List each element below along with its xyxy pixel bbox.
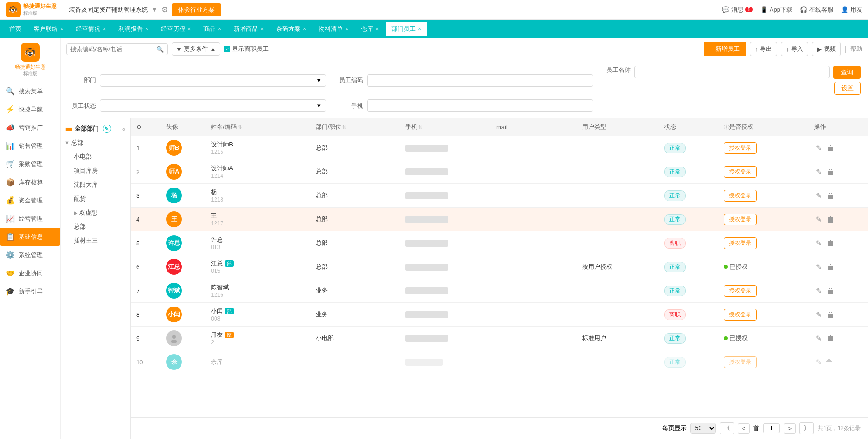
edit-icon-4[interactable]: ✎ bbox=[814, 238, 824, 248]
edit-icon-6[interactable]: ✎ bbox=[814, 286, 824, 296]
auth-btn-1[interactable]: 授权登录 bbox=[724, 166, 757, 178]
auth-btn-2[interactable]: 授权登录 bbox=[724, 190, 757, 202]
left-nav-item-7[interactable]: 📈经营管理 bbox=[0, 209, 60, 228]
first-page-btn[interactable]: 《 bbox=[720, 422, 734, 434]
edit-icon-0[interactable]: ✎ bbox=[814, 143, 824, 153]
tab-close-icon[interactable]: ✕ bbox=[345, 26, 349, 32]
tab-close-icon[interactable]: ✕ bbox=[417, 26, 422, 32]
reset-btn[interactable]: 设置 bbox=[834, 82, 861, 95]
delete-icon-8[interactable]: 🗑 bbox=[825, 334, 836, 343]
dept-item-6[interactable]: 总部 bbox=[61, 220, 130, 234]
delete-icon-2[interactable]: 🗑 bbox=[825, 191, 836, 201]
edit-icon-8[interactable]: ✎ bbox=[814, 334, 824, 343]
delete-icon-1[interactable]: 🗑 bbox=[825, 167, 836, 177]
tab-close-icon[interactable]: ✕ bbox=[217, 26, 222, 32]
navtab-商品[interactable]: 商品✕ bbox=[198, 22, 227, 36]
auth-btn-0[interactable]: 授权登录 bbox=[724, 142, 757, 154]
edit-icon-3[interactable]: ✎ bbox=[814, 215, 824, 224]
edit-icon-7[interactable]: ✎ bbox=[814, 310, 824, 320]
emp-code-input[interactable] bbox=[367, 74, 593, 87]
import-btn[interactable]: ↓ 导入 bbox=[781, 42, 808, 56]
left-nav-item-9[interactable]: ⚙️系统管理 bbox=[0, 246, 60, 264]
online-service-btn[interactable]: 🎧 在线客服 bbox=[800, 6, 833, 14]
left-nav-item-0[interactable]: 🔍搜索菜单 bbox=[0, 82, 60, 100]
th-name_code[interactable]: 姓名/编码⇅ bbox=[205, 118, 310, 136]
app-download-btn[interactable]: 📱 App下载 bbox=[760, 6, 792, 14]
auth-btn-3[interactable]: 授权登录 bbox=[724, 214, 757, 225]
delete-icon-0[interactable]: 🗑 bbox=[825, 143, 836, 153]
edit-icon-2[interactable]: ✎ bbox=[814, 191, 824, 201]
filter-more-btn[interactable]: ▼ 更多条件 ▲ bbox=[172, 42, 220, 56]
dept-edit-icon[interactable]: ✎ bbox=[103, 125, 111, 133]
left-nav-item-10[interactable]: 🤝企业协同 bbox=[0, 264, 60, 282]
th-dept_position[interactable]: 部门/职位⇅ bbox=[310, 118, 400, 136]
tab-close-icon[interactable]: ✕ bbox=[60, 26, 64, 32]
search-box[interactable]: 🔍 bbox=[66, 43, 168, 55]
navtab-仓库[interactable]: 仓库✕ bbox=[355, 22, 385, 36]
auth-btn-6[interactable]: 授权登录 bbox=[724, 285, 757, 297]
delete-icon-6[interactable]: 🗑 bbox=[825, 286, 836, 296]
dept-collapse-btn[interactable]: « bbox=[122, 125, 125, 132]
page-size-select[interactable]: 50 100 bbox=[690, 423, 716, 434]
left-nav-item-3[interactable]: 📊销售管理 bbox=[0, 137, 60, 155]
auth-btn-9[interactable]: 授权登录 bbox=[724, 356, 757, 368]
tab-close-icon[interactable]: ✕ bbox=[187, 26, 191, 32]
delete-icon-5[interactable]: 🗑 bbox=[825, 262, 836, 272]
show-archived-toggle[interactable]: ✓ 显示离职员工 bbox=[224, 45, 269, 53]
auth-btn-7[interactable]: 授权登录 bbox=[724, 309, 757, 321]
left-nav-item-4[interactable]: 🛒采购管理 bbox=[0, 155, 60, 173]
delete-icon-3[interactable]: 🗑 bbox=[825, 215, 836, 224]
edit-icon-9[interactable]: ✎ bbox=[814, 357, 824, 367]
left-nav-item-6[interactable]: 💰资金管理 bbox=[0, 191, 60, 209]
navtab-条码方案[interactable]: 条码方案✕ bbox=[271, 22, 312, 36]
tab-close-icon[interactable]: ✕ bbox=[302, 26, 306, 32]
navtab-首页[interactable]: 首页 bbox=[4, 22, 27, 36]
dept-item-4[interactable]: 配货 bbox=[61, 192, 130, 206]
last-page-btn[interactable]: 》 bbox=[799, 422, 814, 434]
dept-select[interactable]: ▼ bbox=[100, 74, 326, 87]
left-nav-item-2[interactable]: 📣营销推广 bbox=[0, 118, 60, 137]
dept-item-5[interactable]: ▶双虚想 bbox=[61, 206, 130, 220]
tab-close-icon[interactable]: ✕ bbox=[145, 26, 149, 32]
tab-close-icon[interactable]: ✕ bbox=[260, 26, 264, 32]
dept-item-2[interactable]: 项目库房 bbox=[61, 164, 130, 178]
gear-icon[interactable]: ⚙ bbox=[161, 5, 168, 14]
dept-item-1[interactable]: 小电部 bbox=[61, 150, 130, 164]
left-nav-item-5[interactable]: 📦库存核算 bbox=[0, 173, 60, 191]
navtab-部门员工[interactable]: 部门员工✕ bbox=[386, 22, 427, 36]
delete-icon-9[interactable]: 🗑 bbox=[824, 357, 835, 367]
next-page-btn[interactable]: > bbox=[784, 423, 796, 434]
add-employee-btn[interactable]: + 新增员工 bbox=[704, 42, 746, 56]
navtab-经营情况[interactable]: 经营情况✕ bbox=[70, 22, 112, 36]
navtab-新增商品[interactable]: 新增商品✕ bbox=[228, 22, 270, 36]
user-menu[interactable]: 👤 用友 bbox=[841, 6, 862, 14]
th-phone[interactable]: 手机⇅ bbox=[400, 118, 486, 136]
navtab-经营历程[interactable]: 经营历程✕ bbox=[155, 22, 197, 36]
edit-icon-1[interactable]: ✎ bbox=[814, 167, 824, 177]
tab-close-icon[interactable]: ✕ bbox=[375, 26, 379, 32]
emp-name-input[interactable] bbox=[634, 66, 830, 78]
phone-input[interactable] bbox=[367, 99, 593, 112]
msg-btn[interactable]: 💬 消息 5 bbox=[722, 6, 753, 14]
edit-icon-5[interactable]: ✎ bbox=[814, 262, 824, 272]
export-btn[interactable]: ↑ 导出 bbox=[750, 42, 778, 56]
trial-btn[interactable]: 体验行业方案 bbox=[172, 3, 221, 16]
left-nav-item-8[interactable]: 📋基础信息 bbox=[0, 228, 60, 246]
auth-btn-4[interactable]: 授权登录 bbox=[724, 237, 757, 249]
view-btn[interactable]: ▶ 视频 bbox=[812, 42, 841, 56]
page-number-input[interactable] bbox=[763, 423, 780, 433]
help-btn[interactable]: 帮助 bbox=[850, 45, 862, 53]
query-btn[interactable]: 查询 bbox=[833, 66, 861, 79]
navtab-利润报告[interactable]: 利润报告✕ bbox=[113, 22, 154, 36]
left-nav-item-11[interactable]: 🎓新手引导 bbox=[0, 282, 60, 300]
delete-icon-4[interactable]: 🗑 bbox=[825, 238, 836, 248]
left-nav-item-1[interactable]: ⚡快捷导航 bbox=[0, 100, 60, 118]
delete-icon-7[interactable]: 🗑 bbox=[825, 310, 836, 320]
navtab-客户联络[interactable]: 客户联络✕ bbox=[28, 22, 69, 36]
prev-page-btn[interactable]: < bbox=[738, 423, 750, 434]
dept-item-7[interactable]: 插树王三 bbox=[61, 234, 130, 248]
search-input[interactable] bbox=[70, 46, 154, 53]
navtab-物料清单[interactable]: 物料清单✕ bbox=[313, 22, 354, 36]
emp-status-select[interactable]: ▼ bbox=[100, 99, 326, 112]
dept-item-3[interactable]: 沈阳大库 bbox=[61, 178, 130, 192]
